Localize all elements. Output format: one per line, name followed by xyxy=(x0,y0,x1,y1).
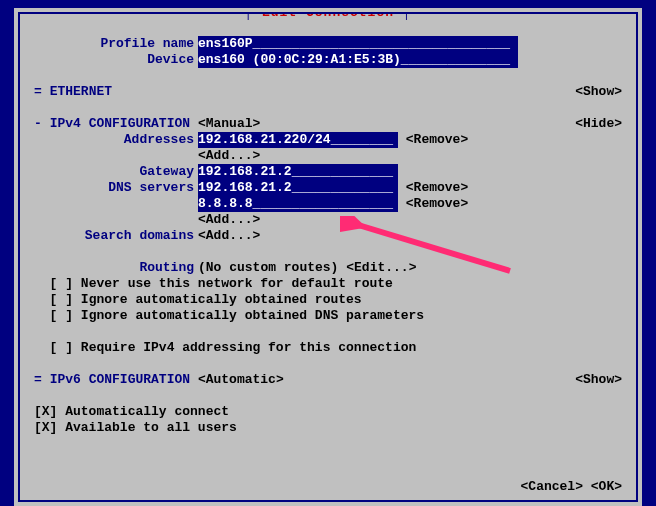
ok-button[interactable]: <OK> xyxy=(591,479,622,494)
dns-remove-1[interactable]: <Remove> xyxy=(406,196,468,211)
routing-row: Routing (No custom routes) <Edit...> xyxy=(34,260,622,276)
routing-label: Routing xyxy=(34,260,194,276)
available-all-checkbox[interactable]: [X] Available to all users xyxy=(34,420,622,436)
device-input[interactable]: ens160 (00:0C:29:A1:E5:3B)______________ xyxy=(198,52,518,68)
ipv6-mode-select[interactable]: <Automatic> xyxy=(198,372,284,387)
gateway-input[interactable]: 192.168.21.2_____________ xyxy=(198,164,398,180)
dns-add-button[interactable]: <Add...> xyxy=(198,212,260,227)
dialog-title: ┤ Edit Connection ├ xyxy=(240,12,415,20)
search-domains-row: Search domains <Add...> xyxy=(34,228,622,244)
ipv4-hide-button[interactable]: <Hide> xyxy=(575,116,622,132)
dns-label: DNS servers xyxy=(34,180,194,196)
dns-input-0[interactable]: 192.168.21.2_____________ xyxy=(198,180,398,196)
address-remove-0[interactable]: <Remove> xyxy=(406,132,468,147)
require-ipv4-checkbox[interactable]: [ ] Require IPv4 addressing for this con… xyxy=(34,340,622,356)
routing-edit-button[interactable]: <Edit...> xyxy=(346,260,416,275)
ignore-routes-checkbox[interactable]: [ ] Ignore automatically obtained routes xyxy=(34,292,622,308)
addresses-add-row: <Add...> xyxy=(34,148,622,164)
gateway-label: Gateway xyxy=(34,164,194,180)
button-bar: <Cancel> <OK> xyxy=(521,479,622,494)
ignore-dns-checkbox[interactable]: [ ] Ignore automatically obtained DNS pa… xyxy=(34,308,622,324)
ipv6-prefix: = xyxy=(34,372,42,387)
dns-input-1[interactable]: 8.8.8.8__________________ xyxy=(198,196,398,212)
dialog: ┤ Edit Connection ├ Profile name ens160P… xyxy=(18,12,638,502)
addresses-label: Addresses xyxy=(34,132,194,148)
dns-row-1: 8.8.8.8__________________ <Remove> xyxy=(34,196,622,212)
profile-name-input[interactable]: ens160P_________________________________ xyxy=(198,36,518,52)
cancel-button[interactable]: <Cancel> xyxy=(521,479,583,494)
title-dash-right: ├ xyxy=(403,12,412,20)
ipv4-mode-select[interactable]: <Manual> xyxy=(198,116,260,131)
ethernet-section: = ETHERNET <Show> xyxy=(34,84,622,100)
ipv6-label: IPv6 CONFIGURATION xyxy=(50,372,190,387)
title-text: Edit Connection xyxy=(253,12,403,20)
profile-name-row: Profile name ens160P____________________… xyxy=(34,36,622,52)
ethernet-show-button[interactable]: <Show> xyxy=(575,84,622,100)
ipv6-section-header: = IPv6 CONFIGURATION <Automatic> <Show> xyxy=(34,372,622,388)
dns-remove-0[interactable]: <Remove> xyxy=(406,180,468,195)
ethernet-label: ETHERNET xyxy=(50,84,112,99)
routing-value: (No custom routes) xyxy=(198,260,338,275)
ethernet-prefix: = xyxy=(34,84,42,99)
device-row: Device ens160 (00:0C:29:A1:E5:3B)_______… xyxy=(34,52,622,68)
ipv6-show-button[interactable]: <Show> xyxy=(575,372,622,388)
addresses-row: Addresses 192.168.21.220/24________ <Rem… xyxy=(34,132,622,148)
dns-add-row: <Add...> xyxy=(34,212,622,228)
ipv4-section-header: - IPv4 CONFIGURATION <Manual> <Hide> xyxy=(34,116,622,132)
profile-name-label: Profile name xyxy=(34,36,194,52)
device-label: Device xyxy=(34,52,194,68)
ipv4-prefix: - xyxy=(34,116,42,131)
search-domains-add-button[interactable]: <Add...> xyxy=(198,228,260,243)
gateway-row: Gateway 192.168.21.2_____________ xyxy=(34,164,622,180)
dns-row-0: DNS servers 192.168.21.2_____________ <R… xyxy=(34,180,622,196)
window-frame: ┤ Edit Connection ├ Profile name ens160P… xyxy=(14,8,642,506)
title-dash-left: ┤ xyxy=(244,12,253,20)
ipv4-label: IPv4 CONFIGURATION xyxy=(50,116,190,131)
auto-connect-checkbox[interactable]: [X] Automatically connect xyxy=(34,404,622,420)
search-domains-label: Search domains xyxy=(34,228,194,244)
address-input-0[interactable]: 192.168.21.220/24________ xyxy=(198,132,398,148)
never-default-checkbox[interactable]: [ ] Never use this network for default r… xyxy=(34,276,622,292)
addresses-add-button[interactable]: <Add...> xyxy=(198,148,260,163)
